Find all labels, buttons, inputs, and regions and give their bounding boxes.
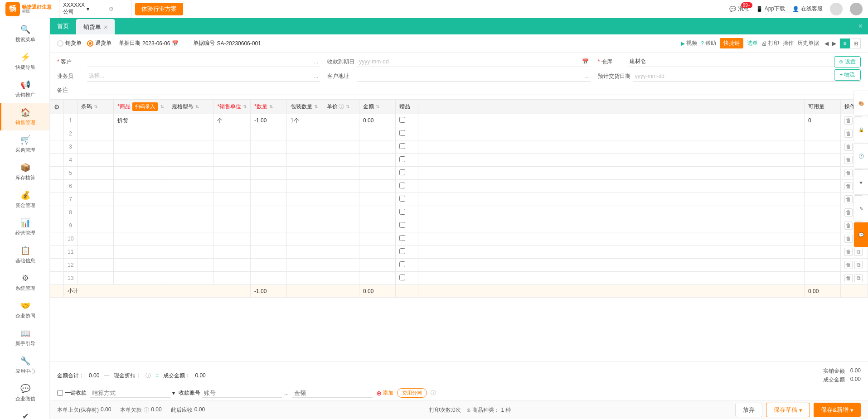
action-ops[interactable]: 操作 [783,39,794,47]
sidebar-item-vip[interactable]: ✔ 畅会员 [0,407,49,419]
table-settings-icon[interactable]: ⚙ [54,103,60,111]
row-remark[interactable] [418,114,805,127]
gift-checkbox[interactable] [399,156,405,162]
nav-next-btn[interactable]: ▶ [832,40,836,47]
expense-split-btn[interactable]: 费用分摊 [397,388,427,398]
action-help[interactable]: ? 帮助 [701,39,716,47]
list-view-btn[interactable]: ≡ [840,39,850,48]
serial-value[interactable]: SA-20230606-001 [217,40,261,47]
account-dropdown-icon[interactable]: ... [284,390,289,396]
sidebar-item-purchase[interactable]: 🛒 采购管理 [0,130,49,158]
close-all-tabs-btn[interactable]: × [853,22,868,30]
action-select[interactable]: 选单 [747,39,758,47]
tab-current[interactable]: 销货单 × [76,19,115,35]
save-draft-button[interactable]: 保存草稿 ▾ [766,403,810,417]
notes-input[interactable] [87,85,861,95]
account-input[interactable] [202,389,282,398]
current-owe-icon[interactable]: ⓘ [144,406,149,414]
notice-btn[interactable]: 💬 消息 99+ [729,5,749,13]
delete-row-btn[interactable]: 🗑 [844,143,853,151]
goods-sort-icon[interactable]: ⇅ [160,104,164,109]
settlement-method-input[interactable] [90,389,170,398]
side-btn-edit[interactable]: ✎ [853,196,868,221]
action-video[interactable]: ▶ 视频 [681,39,697,47]
pkg-sort-icon[interactable]: ⇅ [314,104,318,109]
company-selector[interactable]: XXXXXX公司 ▾ ⚙ [59,0,131,18]
nav-prev-btn[interactable]: ◀ [824,40,829,47]
draft-dropdown-icon[interactable]: ▾ [799,407,802,414]
discard-button[interactable]: 放弃 [735,403,762,417]
sidebar-item-search[interactable]: 🔍 搜索菜单 [0,20,49,48]
payment-due-calendar-icon[interactable]: 📅 [582,58,589,65]
payment-due-input[interactable]: yyyy-mm-dd 📅 [357,56,590,67]
delete-row-btn[interactable]: 🗑 [844,156,853,164]
trial-button[interactable]: 体验行业方案 [135,3,183,15]
sidebar-item-sys[interactable]: ⚙ 系统管理 [0,269,49,296]
logistics-button[interactable]: + 物流 [834,69,861,81]
delete-row-btn[interactable]: 🗑 [844,248,853,256]
customer-addr-input[interactable]: ... [357,71,590,82]
side-btn-feedback[interactable]: 💬 [853,222,868,247]
date-value[interactable]: 2023-06-06 [142,40,170,47]
gift-checkbox[interactable] [399,117,405,123]
action-print[interactable]: 🖨 打印 [761,39,779,47]
delete-row-btn[interactable]: 🗑 [844,116,853,125]
radio-sales-order[interactable]: 销货单 [57,39,82,47]
row-qty[interactable]: -1.00 [251,114,287,127]
amount-sort-icon[interactable]: ⇅ [376,104,379,109]
row-gift[interactable] [396,114,418,127]
expense-info-icon[interactable]: ⓘ [431,389,436,397]
sidebar-item-marketing[interactable]: 📢 营销推广 [0,75,49,103]
avatar2[interactable] [850,3,863,15]
spec-sort-icon[interactable]: ⇅ [195,104,199,109]
gift-checkbox[interactable] [399,196,405,202]
sidebar-item-enterprise[interactable]: 🤝 企业协同 [0,296,49,324]
price-info-icon[interactable]: ⓘ [339,103,344,111]
sidebar-item-sales[interactable]: 🏠 销售管理 [0,103,49,130]
amount-input[interactable] [292,389,373,398]
delete-row-btn[interactable]: 🗑 [844,208,853,217]
sidebar-item-ops[interactable]: 📊 经营管理 [0,213,49,241]
row-price[interactable] [323,114,359,127]
online-service-btn[interactable]: 👤 在线客服 [792,5,823,13]
one-click-payment-checkbox[interactable]: 一键收款 [57,389,87,397]
row-barcode[interactable] [78,114,114,127]
delete-row-btn[interactable]: 🗑 [844,182,853,190]
date-calendar-icon[interactable]: 📅 [172,40,179,47]
customer-input[interactable]: ... [87,56,320,67]
gift-checkbox[interactable] [399,169,405,175]
copy-row-btn[interactable]: ⧉ [854,274,863,282]
qty-sort-icon[interactable]: ⇅ [269,104,273,109]
delete-row-btn[interactable]: 🗑 [844,169,853,177]
radio-return-order[interactable]: 退货单 [87,39,112,47]
cash-discount-info-icon[interactable]: ⓘ [145,372,151,380]
settings-button[interactable]: ⊙ 设置 [834,56,861,67]
app-download-btn[interactable]: 📱 App下载 [756,5,785,13]
copy-row-btn[interactable]: ⧉ [854,261,863,269]
gift-checkbox[interactable] [399,183,405,188]
row-spec[interactable] [168,114,213,127]
gift-checkbox[interactable] [399,235,405,241]
delete-row-btn[interactable]: 🗑 [844,235,853,243]
sidebar-item-finance[interactable]: 💰 资金管理 [0,186,49,213]
row-pkg[interactable]: 1个 [287,114,323,127]
sidebar-item-app-center[interactable]: 🔧 应用中心 [0,352,49,379]
settlement-dropdown-icon[interactable]: ▾ [172,390,175,396]
sidebar-item-base[interactable]: 📋 基础信息 [0,241,49,269]
row-unit[interactable]: 个 [213,114,251,127]
add-payment-btn[interactable]: ⊕ 添加 [376,389,393,397]
price-sort-icon[interactable]: ⇅ [346,104,349,109]
row-amount[interactable]: 0.00 [359,114,396,127]
delete-row-btn[interactable]: 🗑 [844,195,853,203]
delete-row-btn[interactable]: 🗑 [844,222,853,230]
save-dropdown-icon[interactable]: ▾ [850,407,853,414]
action-history[interactable]: 历史单据 [797,39,819,47]
side-btn-theme[interactable]: 🎨 [853,91,868,116]
sidebar-item-tutorial[interactable]: 📖 新手引导 [0,324,49,352]
barcode-sort-icon[interactable]: ⇅ [94,104,97,109]
side-btn-security[interactable]: 🔒 [853,117,868,142]
delete-row-btn[interactable]: 🗑 [844,274,853,282]
grid-view-btn[interactable]: ⊞ [851,39,861,48]
copy-row-btn[interactable]: ⧉ [854,248,863,256]
salesperson-input[interactable]: 选择... ... [87,71,320,82]
